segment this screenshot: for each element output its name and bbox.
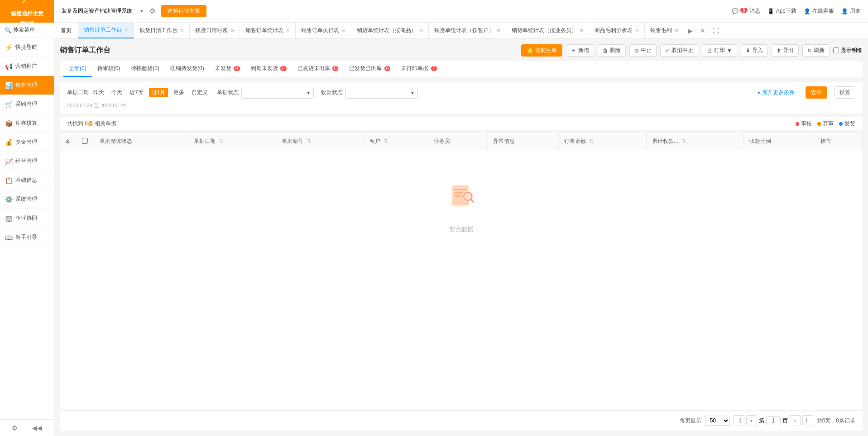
sub-tab-wangpu[interactable]: 旺铺待发货(0) [165,61,210,77]
per-page-select[interactable]: 50 100 200 [705,416,730,426]
th-customer[interactable]: 客户 ⇅ [364,133,428,150]
online-service-action[interactable]: 👤 在线客服 [804,7,834,15]
sub-tab-shipped-not-out[interactable]: 已发货未出库 0 [292,61,344,77]
tab-cash-daily[interactable]: 钱货日清工作台 ✕ [134,23,190,38]
print-btn[interactable]: 🖨 打印 ▼ [702,44,737,57]
select-all-checkbox[interactable] [82,138,88,144]
close-tab-sales-workbench[interactable]: ✕ [125,28,128,33]
sub-tab-shipped-out[interactable]: 已发货已出库 0 [344,61,396,77]
tab-product-margin[interactable]: 商品毛利分析表 ✕ [589,23,645,38]
system-name-dropdown[interactable]: ▼ [139,9,144,14]
sub-tab-not-shipped[interactable]: 未发货 0 [210,61,245,77]
close-tab-cash-reconcile[interactable]: ✕ [230,28,234,33]
search-menu-item[interactable]: 🔍 搜索菜单 [0,23,54,38]
basic-icon: 📋 [5,177,13,184]
smart-generate-btn[interactable]: ⭐ 智能生单 [521,44,562,57]
th-collected[interactable]: 累计收款... ⇅ [646,133,743,150]
th-checkbox[interactable] [76,133,94,150]
date-opt-more[interactable]: 更多 [172,88,186,97]
delete-btn[interactable]: 🗑 删除 [598,44,626,57]
sub-tab-not-printed[interactable]: 未打印单据 0 [396,61,442,77]
add-btn[interactable]: ＋ 新增 [566,44,594,57]
sidebar-item-system[interactable]: ⚙️ 系统管理 [0,190,54,209]
page-first-btn[interactable]: 《 [734,415,744,426]
tab-home[interactable]: 首页 [54,23,78,38]
tab-maximize[interactable]: ⛶ [709,27,723,34]
filter-status-select[interactable]: ▾ [241,87,314,99]
close-tab-sales-staff[interactable]: ✕ [580,28,583,33]
audit-action[interactable]: 审核 [796,120,812,128]
close-tab-sales-profit[interactable]: ✕ [675,28,678,33]
settings-bottom-icon[interactable]: ⚙ [12,424,18,431]
export-btn[interactable]: ⬆ 导出 [772,44,799,57]
tab-sales-product[interactable]: 销货单统计表（按商品） ✕ [351,23,429,38]
sidebar-item-enterprise[interactable]: 🏢 企业协同 [0,209,54,228]
tab-cash-daily-label: 钱货日清工作台 [139,27,177,34]
sidebar-item-purchase[interactable]: 🛒 采购管理 [0,95,54,114]
tab-scroll-right[interactable]: ▶ [684,27,696,34]
show-detail-checkbox[interactable] [833,47,839,53]
tab-sales-customer[interactable]: 销货单统计表（按客户） ✕ [429,23,506,38]
stop-btn[interactable]: ⊘ 中止 [629,44,657,57]
industry-btn[interactable]: 体验行业方案 [161,5,206,17]
page-prev-btn[interactable]: ‹ [746,415,757,426]
message-action[interactable]: 💬 6 消息 [732,7,760,15]
close-tab-product-margin[interactable]: ✕ [635,28,639,33]
expand-filter-btn[interactable]: ▾ 展开更多条件 [758,89,795,96]
user-action[interactable]: 👤 用友 [841,7,861,15]
tab-sales-profit[interactable]: 销售毛利 ✕ [645,23,684,38]
sidebar-item-quick-nav[interactable]: ⚡ 快捷导航 [0,38,54,57]
app-download-action[interactable]: 📱 App下载 [767,7,796,15]
tab-sales-staff[interactable]: 销货单统计表（按业务员） ✕ [506,23,589,38]
sidebar-item-marketing[interactable]: 📢 营销推广 [0,57,54,76]
th-amount[interactable]: 订单金额 ⇅ [558,133,646,150]
date-opt-today[interactable]: 今天 [110,88,124,97]
sidebar-item-sales[interactable]: 📊 销售管理 [0,76,54,95]
header-settings-icon[interactable]: ⚙ [149,7,156,15]
close-tab-sales-stats[interactable]: ✕ [286,28,290,33]
reject-action[interactable]: 弃审 [817,120,834,128]
sub-tab-pending-pickup[interactable]: 待拣验货(0) [125,61,165,77]
sidebar-item-sales-label: 销售管理 [15,81,37,89]
th-date[interactable]: 单据日期 ⇅ [188,133,276,150]
date-opt-1month[interactable]: 近1月 [149,88,168,97]
tab-sales-workbench[interactable]: 销售订单工作台 ✕ [78,23,134,38]
sidebar-item-finance[interactable]: 💰 资金管理 [0,133,54,152]
close-tab-cash-daily[interactable]: ✕ [180,28,184,33]
sub-tab-all[interactable]: 全部(0) [63,61,92,77]
sidebar-item-basic[interactable]: 📋 基础信息 [0,171,54,190]
filter-status-label: 单据状态 [217,89,239,96]
tab-close-all[interactable]: ✕ [696,27,709,34]
ship-action[interactable]: 发货 [839,120,855,128]
th-number[interactable]: 单据编号 ⇅ [276,133,364,150]
tab-cash-reconcile[interactable]: 钱货日清对账 ✕ [190,23,240,38]
tab-sales-stats[interactable]: 销售订单统计表 ✕ [240,23,296,38]
date-opt-yesterday[interactable]: 昨天 [91,88,106,97]
query-btn[interactable]: 查询 [806,86,827,99]
date-opt-custom[interactable]: 自定义 [190,88,210,97]
date-opt-7days[interactable]: 近7天 [128,88,145,97]
filter-payment-select[interactable]: ▾ [345,87,418,99]
tab-sales-exec[interactable]: 销售订单执行表 ✕ [296,23,351,38]
sub-tab-overdue-not-shipped[interactable]: 到期未发货 0 [245,61,292,77]
collapse-icon[interactable]: ◀◀ [32,424,42,431]
sidebar-item-guide[interactable]: 📖 新手引导 [0,228,54,247]
cancel-stop-btn[interactable]: ↩ 取消中止 [660,44,698,57]
refresh-btn[interactable]: ↻ 刷新 [802,44,830,57]
settings-filter-btn[interactable]: 设置 [834,86,855,99]
sidebar-item-operation[interactable]: 📈 经营管理 [0,152,54,171]
sidebar-item-inventory[interactable]: 📦 库存核算 [0,114,54,133]
page-input[interactable] [766,416,781,425]
close-tab-sales-product[interactable]: ✕ [419,28,423,33]
filter-date-label: 单据日期 [67,89,89,96]
empty-state: 暂无数据 [60,150,863,261]
import-btn[interactable]: ⬇ 导入 [741,44,768,57]
show-detail-checkbox-wrapper[interactable]: 显示明细 [833,47,863,54]
page-last-btn[interactable]: 》 [802,415,813,426]
th-settings[interactable]: ⚙ [60,133,76,150]
close-tab-sales-customer[interactable]: ✕ [497,28,500,33]
sub-tab-pending-review[interactable]: 待审核(0) [92,61,126,77]
logo-title: 畅捷通好生意 [11,10,43,18]
page-next-btn[interactable]: › [790,415,801,426]
close-tab-sales-exec[interactable]: ✕ [342,28,345,33]
